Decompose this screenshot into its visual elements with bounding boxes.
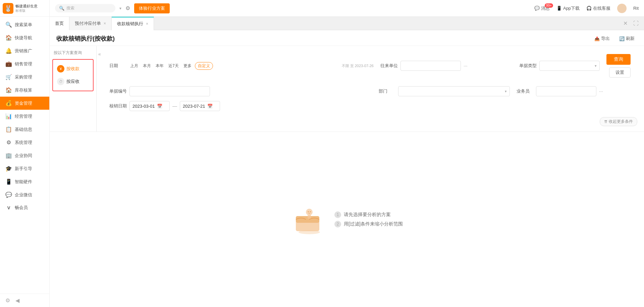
query-button[interactable]: 查询 (606, 54, 631, 65)
date-shortcut-last-month[interactable]: 上月 (129, 62, 140, 69)
counterparty-input[interactable] (400, 61, 461, 71)
filter-option-by-receivable[interactable]: ⏱ 按应收 (54, 75, 92, 88)
verification-date-label: 核销日期 (109, 103, 127, 109)
sidebar-menu: 🔍 搜索菜单 🏠 快捷导航 🔔 营销推广 💼 销售管理 🛒 采购管理 🏠 库存核… (0, 17, 49, 294)
export-icon: 📤 (594, 36, 600, 41)
date-unlimited-text: 不限 至 2023-07-26 (342, 63, 374, 68)
sidebar-collapse-icon[interactable]: ◀ (15, 297, 19, 304)
sidebar-item-member[interactable]: V 畅会员 (0, 201, 49, 214)
topbar-chevron-icon[interactable]: ▾ (119, 6, 121, 11)
tab-prepay-label: 预付冲应付单 (75, 20, 101, 27)
empty-illustration (291, 203, 324, 236)
empty-svg (291, 203, 324, 236)
date-shortcut-more[interactable]: 更多 (182, 62, 193, 69)
date-shortcut-custom[interactable]: 自定义 (195, 62, 213, 70)
sidebar-item-enterprise[interactable]: 🏢 企业协同 (0, 149, 49, 162)
department-label: 部门 (379, 88, 395, 94)
filter-main: 日期 上月 本月 本年 近7天 更多 自定义 不限 至 2023-07-26 (103, 46, 644, 132)
doc-number-label: 单据编号 (109, 88, 127, 94)
date-shortcut-last-7days[interactable]: 近7天 (167, 62, 180, 69)
collapse-more-button[interactable]: ⇈ 收起更多条件 (600, 117, 637, 126)
sidebar-item-search-menu[interactable]: 🔍 搜索菜单 (0, 18, 49, 31)
empty-hint-2: 2 用[过滤]条件来缩小分析范围 (334, 221, 403, 227)
business-dots[interactable]: ··· (599, 89, 603, 94)
sidebar-item-system[interactable]: ⚙ 系统管理 (0, 136, 49, 149)
tab-close-btn[interactable]: ✕ (620, 18, 631, 29)
sidebar-item-weixin[interactable]: 💬 企业微信 (0, 188, 49, 201)
sidebar-item-basic-info[interactable]: 📋 基础信息 (0, 123, 49, 136)
sidebar-bottom: ⚙ ◀ (0, 294, 49, 307)
filter-field-date: 日期 上月 本月 本年 近7天 更多 自定义 不限 至 2023-07-26 (109, 62, 374, 70)
filter-row-2: 单据编号 部门 ▾ 业务员 ··· (109, 86, 637, 96)
logo-text: 畅捷通好生意 标准版 (15, 4, 38, 13)
collapse-more-row: ⇈ 收起更多条件 (109, 116, 637, 127)
topbar-search-box[interactable]: 🔍 搜索 (55, 4, 115, 12)
sidebar-settings-icon[interactable]: ⚙ (5, 297, 10, 304)
business-input[interactable] (536, 86, 596, 96)
filter-row-1: 日期 上月 本月 本年 近7天 更多 自定义 不限 至 2023-07-26 (109, 50, 637, 82)
sidebar-item-capital[interactable]: 💰 资金管理 (0, 97, 49, 110)
tab-collection[interactable]: 收款核销执行 × (112, 17, 154, 30)
refresh-icon: 🔄 (619, 36, 625, 41)
sidebar-item-marketing[interactable]: 🔔 营销推广 (0, 44, 49, 57)
message-item[interactable]: 💬 消息 99+ (534, 5, 550, 11)
service-icon: 🎧 (586, 6, 592, 11)
message-icon: 💬 (534, 6, 540, 11)
sidebar-logo: 🐰 畅捷通好生意 标准版 (0, 0, 49, 17)
sidebar-item-quick-nav[interactable]: 🏠 快捷导航 (0, 31, 49, 44)
weixin-icon: 💬 (5, 192, 12, 198)
app-icon: 📱 (556, 6, 562, 11)
sidebar-item-guide[interactable]: 🎓 新手引导 (0, 162, 49, 175)
date-shortcut-this-year[interactable]: 本年 (154, 62, 165, 69)
tab-collection-close-icon[interactable]: × (146, 21, 148, 26)
sidebar-item-purchase[interactable]: 🛒 采购管理 (0, 70, 49, 84)
solution-button[interactable]: 体验行业方案 (134, 3, 170, 13)
marketing-icon: 🔔 (5, 48, 12, 54)
date-shortcut-this-month[interactable]: 本月 (142, 62, 152, 69)
sidebar-item-sales[interactable]: 💼 销售管理 (0, 57, 49, 70)
department-select[interactable]: ▾ (398, 86, 510, 96)
tab-prepay-close-icon[interactable]: × (104, 21, 106, 26)
tab-prepay[interactable]: 预付冲应付单 × (69, 17, 112, 30)
empty-text-area: 1 请先选择要分析的方案 2 用[过滤]条件来缩小分析范围 (334, 211, 403, 227)
svg-point-3 (306, 209, 313, 215)
sidebar: 🐰 畅捷通好生意 标准版 🔍 搜索菜单 🏠 快捷导航 🔔 营销推广 💼 销售管理… (0, 0, 50, 307)
topbar-gear-icon[interactable]: ⚙ (125, 5, 130, 11)
app-label: App下载 (563, 5, 580, 11)
sidebar-item-hardware[interactable]: 📱 智能硬件 (0, 175, 49, 188)
filter-options-box: ¥ 按收款 ⏱ 按应收 (52, 59, 94, 91)
operations-icon: 📊 (5, 113, 12, 119)
service-item[interactable]: 🎧 在线客服 (586, 5, 610, 11)
filter-collapse-btn[interactable]: « (97, 46, 103, 132)
filter-field-verification-date: 核销日期 2023-03-01 📅 — 2023-07-21 📅 (109, 101, 376, 111)
avatar (617, 4, 627, 13)
filter-option-by-collection[interactable]: ¥ 按收款 (54, 62, 92, 75)
sidebar-item-inventory[interactable]: 🏠 库存核算 (0, 84, 49, 97)
export-button[interactable]: 📤 导出 (592, 34, 612, 43)
doc-number-input[interactable] (129, 86, 210, 96)
app-download-item[interactable]: 📱 App下载 (556, 5, 580, 11)
page-header: 收款核销执行(按收款) 📤 导出 🔄 刷新 (50, 30, 644, 46)
filter-field-department: 部门 ▾ (379, 86, 510, 96)
message-badge: 99+ (545, 3, 553, 8)
sales-icon: 💼 (5, 61, 12, 67)
service-label: 在线客服 (593, 5, 610, 11)
system-icon: ⚙ (5, 139, 12, 146)
svg-point-6 (310, 211, 311, 212)
tab-collection-label: 收款核销执行 (117, 21, 143, 27)
verification-date-start[interactable]: 2023-03-01 📅 (129, 101, 170, 111)
sidebar-item-operations[interactable]: 📊 经营管理 (0, 110, 49, 123)
verification-date-end[interactable]: 2023-07-21 📅 (180, 101, 220, 111)
page-title: 收款核销执行(按收款) (56, 35, 115, 43)
settings-button[interactable]: 设置 (609, 67, 631, 78)
department-arrow-icon: ▾ (505, 89, 507, 94)
document-type-select[interactable]: ▾ (539, 61, 600, 71)
guide-icon: 🎓 (5, 165, 12, 172)
tab-maximize-btn[interactable]: ⛶ (631, 18, 641, 29)
refresh-button[interactable]: 🔄 刷新 (616, 34, 637, 43)
tab-home[interactable]: 首页 (50, 17, 69, 30)
search-menu-icon: 🔍 (5, 21, 12, 28)
date-label: 日期 (109, 63, 126, 69)
member-icon: V (5, 205, 12, 210)
counterparty-dots[interactable]: ··· (464, 63, 468, 68)
